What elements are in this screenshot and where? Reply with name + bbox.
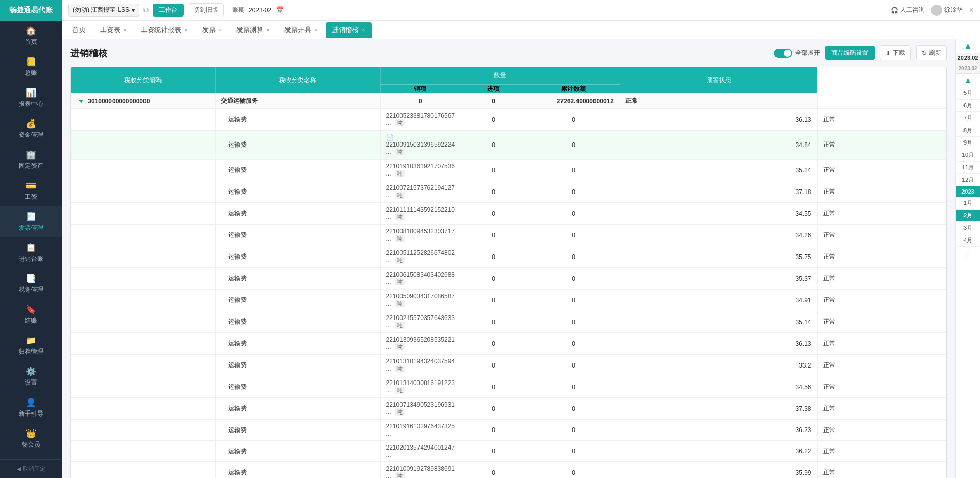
- sidebar-label-ledger: 总账: [25, 69, 37, 77]
- month-oct[interactable]: 10月: [956, 149, 980, 162]
- row-code: [71, 290, 215, 311]
- tab-invoice-open[interactable]: 发票开具 ×: [278, 22, 324, 38]
- tab-invoice-calc-close[interactable]: ×: [266, 27, 269, 33]
- pin-button[interactable]: ◀ 取消固定: [0, 460, 62, 478]
- workspace-button[interactable]: 工作台: [153, 4, 184, 17]
- unit-tag: 吨: [395, 213, 405, 220]
- row-purchase: 0: [527, 333, 620, 355]
- sidebar-item-assets[interactable]: 🏢 固定资产: [0, 145, 62, 176]
- support-button[interactable]: 🎧 人工咨询: [891, 6, 925, 14]
- sidebar-item-settle[interactable]: 🔖 结账: [0, 299, 62, 330]
- toggle-expand[interactable]: [774, 49, 792, 58]
- month-sep[interactable]: 9月: [956, 137, 980, 149]
- period-label: 账期: [232, 6, 245, 14]
- row-code: [71, 225, 215, 246]
- tab-invoice-calc[interactable]: 发票测算 ×: [230, 22, 276, 38]
- tab-reconcile[interactable]: 进销稽核 ×: [326, 22, 371, 38]
- table-row: 运输费 22101314030816191223 ... 吨 0 0 34.56…: [71, 376, 946, 398]
- sidebar-item-capital[interactable]: 💰 资金管理: [0, 114, 62, 145]
- row-sales: 0: [460, 203, 527, 225]
- month-apr[interactable]: 4月: [956, 234, 980, 247]
- row-total: 35.24: [620, 160, 817, 181]
- sidebar-item-salary[interactable]: 💳 工资: [0, 176, 62, 206]
- tab-salary-table[interactable]: 工资表 ×: [94, 22, 133, 38]
- sidebar-item-ledger[interactable]: 📒 总账: [0, 52, 62, 83]
- tab-salary-report[interactable]: 工资统计报表 ×: [135, 22, 194, 38]
- row-total: 36.13: [620, 109, 817, 131]
- tab-invoice-close[interactable]: ×: [219, 27, 222, 33]
- tab-invoice[interactable]: 发票 ×: [196, 22, 228, 38]
- row-purchase: 0: [527, 131, 620, 160]
- switch-version-button[interactable]: 切到旧版: [188, 3, 224, 17]
- row-invoice: 22101111143592152210 ... 吨: [380, 203, 460, 225]
- download-btn[interactable]: ⬇ 下载: [880, 45, 911, 60]
- row-name: 运输费: [215, 290, 380, 311]
- year-2022-label2: 2023.02: [956, 63, 980, 74]
- sidebar-item-home[interactable]: 🏠 首页: [0, 21, 62, 52]
- settings-btn[interactable]: 商品编码设置: [825, 46, 875, 60]
- company-selector[interactable]: (勿动) 江西报宝-LSS ▾: [68, 4, 139, 17]
- sidebar-item-sales[interactable]: 📋 进销台账: [0, 237, 62, 268]
- row-status: 正常: [817, 160, 946, 181]
- tab-invoice-open-label: 发票开具: [284, 25, 311, 35]
- sidebar-label-home: 首页: [25, 38, 37, 46]
- row-code: [71, 131, 215, 160]
- sidebar-label-capital: 资金管理: [19, 131, 43, 139]
- row-sales: 0: [460, 160, 527, 181]
- month-feb[interactable]: 2月: [956, 210, 980, 222]
- close-icon[interactable]: ×: [969, 6, 974, 15]
- row-status: 正常: [817, 376, 946, 398]
- month-aug[interactable]: 8月: [956, 124, 980, 137]
- unit-tag: 吨: [395, 343, 405, 350]
- month-jun[interactable]: 6月: [956, 100, 980, 112]
- tab-salary-report-close[interactable]: ×: [184, 27, 187, 33]
- sidebar-label-salary: 工资: [25, 193, 37, 201]
- refresh-btn[interactable]: ↻ 刷新: [916, 45, 947, 60]
- sidebar-item-newbie[interactable]: 👤 新手引导: [0, 392, 62, 423]
- month-may[interactable]: 5月: [956, 87, 980, 100]
- favorite-icon[interactable]: ☆: [956, 247, 980, 261]
- row-code: [71, 109, 215, 131]
- copy-icon[interactable]: ⧉: [143, 6, 149, 14]
- period-value: 2023-02: [249, 7, 271, 14]
- expand-icon[interactable]: ▼: [78, 98, 84, 105]
- month-jul[interactable]: 7月: [956, 112, 980, 124]
- group-code: ▼ 301000000000000000: [71, 93, 215, 109]
- sidebar-item-member[interactable]: 👑 畅会员: [0, 423, 62, 454]
- pin-icon: ◀: [17, 466, 21, 472]
- row-purchase: 0: [527, 290, 620, 311]
- calendar-up2[interactable]: ▲: [956, 74, 980, 87]
- unit-tag: 吨: [395, 278, 405, 285]
- row-sales: 0: [460, 355, 527, 376]
- settings-icon: ⚙️: [26, 367, 36, 376]
- tax-icon: 📑: [26, 274, 36, 283]
- sidebar-item-invoice[interactable]: 🧾 发票管理: [0, 206, 62, 237]
- user-menu[interactable]: 徐淦华: [931, 5, 963, 16]
- tab-home[interactable]: 首页: [66, 22, 92, 38]
- row-invoice: 22100523381780176567 ... 吨: [380, 109, 460, 131]
- capital-icon: 💰: [26, 119, 36, 129]
- tab-salary-table-close[interactable]: ×: [123, 27, 126, 33]
- month-dec[interactable]: 12月: [956, 174, 980, 186]
- sidebar-item-archive[interactable]: 📁 归档管理: [0, 330, 62, 361]
- unit-tag: 吨: [395, 472, 405, 478]
- month-mar[interactable]: 3月: [956, 222, 980, 234]
- calendar-up[interactable]: ▲: [956, 39, 980, 53]
- sidebar-item-settings[interactable]: ⚙️ 设置: [0, 361, 62, 392]
- calendar-icon[interactable]: 📅: [276, 6, 284, 14]
- unit-tag: 吨: [395, 322, 405, 329]
- month-nov[interactable]: 11月: [956, 162, 980, 174]
- tab-invoice-open-close[interactable]: ×: [314, 27, 317, 33]
- row-status: 正常: [817, 311, 946, 333]
- sidebar-item-report[interactable]: 📊 报表中心: [0, 83, 62, 114]
- sidebar-label-report: 报表中心: [19, 100, 43, 108]
- month-jan[interactable]: 1月: [956, 197, 980, 210]
- tab-reconcile-close[interactable]: ×: [362, 27, 365, 33]
- row-code: [71, 398, 215, 420]
- sidebar-item-tax[interactable]: 📑 税务管理: [0, 268, 62, 299]
- row-sales: 0: [460, 333, 527, 355]
- row-sales: 0: [460, 131, 527, 160]
- table-row: 运输费 22100509034317086587 ... 吨 0 0 34.91…: [71, 290, 946, 311]
- tabs-bar: 首页 工资表 × 工资统计报表 × 发票 × 发票测算 × 发票开具 × 进销稽…: [62, 21, 980, 39]
- table-row: 运输费 22101111143592152210 ... 吨 0 0 34.55…: [71, 203, 946, 225]
